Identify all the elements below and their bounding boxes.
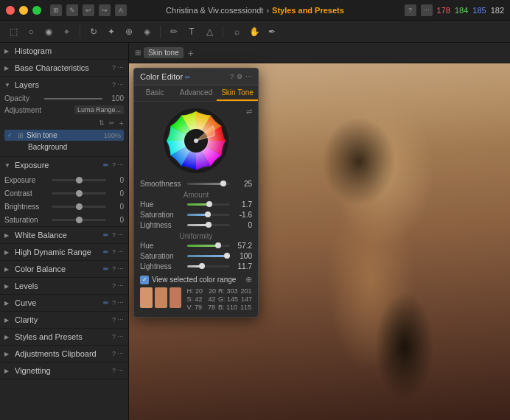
crop-tool[interactable]: ⌖ <box>59 24 74 39</box>
histogram-header[interactable]: ▶ Histogram <box>0 43 128 59</box>
styles-presets-header[interactable]: ▶ Styles and Presets ? ⋯ <box>0 329 128 345</box>
exposure-edit-icon[interactable]: ✏ <box>103 161 109 169</box>
sat-amount-slider[interactable] <box>187 214 230 216</box>
layer-move-icon[interactable]: ⇅ <box>99 119 105 127</box>
wb-help[interactable]: ? <box>112 231 116 239</box>
levels-menu[interactable]: ⋯ <box>117 282 124 290</box>
contrast-track[interactable] <box>52 192 106 195</box>
levels-help[interactable]: ? <box>112 282 116 290</box>
exposure-help[interactable]: ? <box>112 161 116 169</box>
smoothness-thumb[interactable] <box>220 181 226 186</box>
toolbar-icon-3[interactable]: ↩ <box>83 4 94 16</box>
vig-help[interactable]: ? <box>112 367 116 374</box>
base-char-menu[interactable]: ⋯ <box>117 64 124 71</box>
minimize-button[interactable] <box>19 6 28 15</box>
sat-amount-thumb[interactable] <box>205 211 211 217</box>
base-char-help[interactable]: ? <box>112 64 116 71</box>
exposure-track[interactable] <box>52 179 106 181</box>
brightness-track[interactable] <box>52 206 106 208</box>
swatch-1[interactable] <box>140 287 153 308</box>
hue-unif-thumb[interactable] <box>215 242 221 248</box>
clarity-menu[interactable]: ⋯ <box>117 316 124 323</box>
clarity-help[interactable]: ? <box>112 316 116 323</box>
white-balance-header[interactable]: ▶ White Balance ✏ ? ⋯ <box>0 227 128 243</box>
base-characteristics-header[interactable]: ▶ Base Characteristics ? ⋯ <box>0 60 128 76</box>
eyedrop-tool[interactable]: ✒ <box>265 24 279 39</box>
tab-skin-tone[interactable]: Skin Tone <box>217 85 258 101</box>
opacity-slider[interactable] <box>44 98 102 99</box>
hand-tool[interactable]: ✋ <box>247 24 262 39</box>
shape-tool[interactable]: △ <box>202 24 217 39</box>
sp-help[interactable]: ? <box>112 333 116 340</box>
adj-clipboard-header[interactable]: ▶ Adjustments Clipboard ? ⋯ <box>0 346 128 362</box>
curve-header[interactable]: ▶ Curve ✏ ? ⋯ <box>0 295 128 311</box>
layer-edit-icon[interactable]: ✏ <box>109 119 115 127</box>
toolbar-icon-4[interactable]: ↪ <box>99 4 111 16</box>
exposure-menu[interactable]: ⋯ <box>117 161 124 169</box>
curve-help[interactable]: ? <box>112 299 116 307</box>
hue-amount-thumb[interactable] <box>206 201 212 207</box>
exposure-thumb[interactable] <box>76 177 83 183</box>
skin-tone-tab[interactable]: Skin tone <box>144 47 184 58</box>
ce-menu-icon[interactable]: ⋯ <box>245 73 252 80</box>
light-amount-thumb[interactable] <box>206 222 212 228</box>
contrast-thumb[interactable] <box>76 190 83 197</box>
rotate-tool[interactable]: ↻ <box>86 24 101 39</box>
color-wheel[interactable] <box>163 108 229 174</box>
curve-edit-icon[interactable]: ✏ <box>103 299 109 307</box>
sat-unif-thumb[interactable] <box>224 253 230 259</box>
add-tab-button[interactable]: + <box>188 47 194 59</box>
ce-help-icon[interactable]: ? <box>230 73 234 80</box>
layers-header[interactable]: ▼ Layers ? ⋯ <box>0 77 128 93</box>
brightness-thumb[interactable] <box>76 203 83 210</box>
zoom-tool[interactable]: ⌕ <box>229 24 244 39</box>
toolbar-icon-2[interactable]: ✎ <box>66 4 78 16</box>
ac-help[interactable]: ? <box>112 350 116 357</box>
view-color-range-checkbox[interactable]: ✓ <box>140 276 149 284</box>
hue-unif-slider[interactable] <box>187 245 230 247</box>
eyedropper-icon[interactable]: ⊕ <box>245 275 252 284</box>
sat-unif-slider[interactable] <box>187 255 230 257</box>
smoothness-slider[interactable] <box>187 183 230 185</box>
toolbar-icon-5[interactable]: A <box>115 4 127 16</box>
saturation-thumb[interactable] <box>76 217 83 223</box>
cb-edit-icon[interactable]: ✏ <box>103 265 109 273</box>
close-button[interactable] <box>6 6 15 15</box>
hdr-menu[interactable]: ⋯ <box>117 248 124 256</box>
swatch-2[interactable] <box>155 287 167 308</box>
layers-menu[interactable]: ⋯ <box>117 81 124 88</box>
lasso-tool[interactable]: ○ <box>24 24 38 39</box>
layer-skin-tone[interactable]: ✓ ⊞ Skin tone 100% <box>4 130 124 141</box>
hue-amount-slider[interactable] <box>187 203 230 206</box>
patch-tool[interactable]: ◈ <box>139 24 154 39</box>
levels-header[interactable]: ▶ Levels ? ⋯ <box>0 278 128 294</box>
tab-basic[interactable]: Basic <box>134 85 175 101</box>
blend-mode-select[interactable]: Luma Range... <box>74 105 124 114</box>
cb-help[interactable]: ? <box>112 265 116 273</box>
ce-flip-icon[interactable]: ⇌ <box>246 108 252 116</box>
light-unif-thumb[interactable] <box>199 263 205 269</box>
layer-background[interactable]: Background <box>4 141 124 153</box>
hdr-edit-icon[interactable]: ✏ <box>103 248 109 256</box>
vignetting-header[interactable]: ▶ Vignetting ? ⋯ <box>0 363 128 379</box>
light-unif-slider[interactable] <box>187 265 230 267</box>
hdr-header[interactable]: ▶ High Dynamic Range ✏ ? ⋯ <box>0 244 128 260</box>
select-tool[interactable]: ⬚ <box>6 24 21 39</box>
cb-menu[interactable]: ⋯ <box>117 265 124 273</box>
wb-edit-icon[interactable]: ✏ <box>103 231 109 239</box>
layer-add-icon[interactable]: + <box>119 119 124 127</box>
pen-tool[interactable]: ✏ <box>167 24 181 39</box>
maximize-button[interactable] <box>32 6 41 15</box>
wb-actions[interactable]: ⋯ <box>117 231 124 239</box>
layers-help[interactable]: ? <box>112 81 116 88</box>
curve-menu[interactable]: ⋯ <box>117 299 124 307</box>
light-amount-slider[interactable] <box>187 224 230 226</box>
clone-tool[interactable]: ⊕ <box>122 24 136 39</box>
ac-menu[interactable]: ⋯ <box>117 350 124 357</box>
text-tool[interactable]: T <box>184 24 199 39</box>
swatch-3[interactable] <box>170 287 182 308</box>
color-balance-header[interactable]: ▶ Color Balance ✏ ? ⋯ <box>0 261 128 277</box>
vig-menu[interactable]: ⋯ <box>117 367 124 374</box>
share-icon[interactable]: ⋯ <box>421 4 433 16</box>
tab-advanced[interactable]: Advanced <box>175 85 217 101</box>
